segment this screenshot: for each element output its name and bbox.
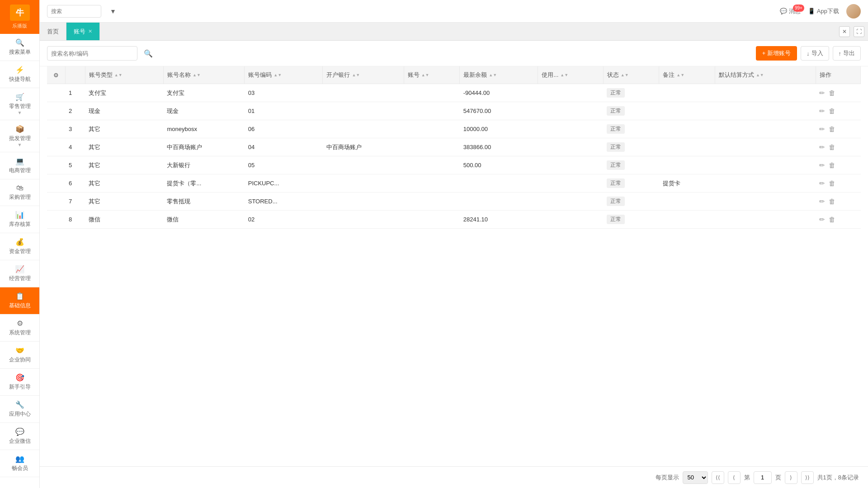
sidebar-logo[interactable]: 牛 乐播版: [0, 0, 39, 34]
status-badge: 正常: [607, 178, 625, 188]
sidebar-item-enterprise-wechat[interactable]: 💬 企业微信: [0, 423, 39, 450]
sidebar-item-quick-nav[interactable]: ⚡ 快捷导航: [0, 61, 39, 88]
delete-btn-1[interactable]: 🗑: [829, 107, 835, 115]
sidebar-item-finance-mgmt[interactable]: 💰 资金管理: [0, 233, 39, 260]
edit-btn-6[interactable]: ✏: [819, 197, 825, 206]
last-page-btn[interactable]: ⟩⟩: [801, 471, 814, 484]
delete-btn-6[interactable]: 🗑: [829, 197, 835, 205]
row-account_code-3: 04: [245, 138, 323, 156]
sort-arrows-latest_balance[interactable]: ▲▼: [489, 73, 497, 77]
col-header-account_type[interactable]: 账号类型▲▼: [85, 66, 163, 84]
delete-btn-3[interactable]: 🗑: [829, 143, 835, 151]
edit-btn-7[interactable]: ✏: [819, 216, 825, 224]
sidebar-item-purchase-mgmt[interactable]: 🛍 采购管理: [0, 179, 39, 206]
search-input[interactable]: [47, 46, 137, 61]
sidebar-item-operations-mgmt[interactable]: 📈 经营管理: [0, 260, 39, 287]
sort-arrows-usage[interactable]: ▲▼: [560, 73, 568, 77]
sort-arrows-account_name[interactable]: ▲▼: [193, 73, 201, 77]
delete-btn-4[interactable]: 🗑: [829, 161, 835, 169]
sort-arrows-default_settlement[interactable]: ▲▼: [756, 73, 764, 77]
col-header-account_code[interactable]: 账号编码▲▼: [245, 66, 323, 84]
row-remarks-2: [659, 120, 715, 138]
prev-page-btn[interactable]: ⟨: [728, 471, 741, 484]
sidebar-item-ecommerce-mgmt[interactable]: 💻 电商管理: [0, 152, 39, 179]
tab-home[interactable]: 首页: [40, 23, 66, 40]
edit-btn-2[interactable]: ✏: [819, 125, 825, 133]
row-usage-1: [538, 102, 603, 120]
main-content: ▼ 💬 消息 99+ 📱 App下载 首页 账号 ✕ ✕ ⛶: [40, 0, 868, 488]
col-label-account_type: 账号类型: [89, 71, 113, 78]
sidebar-item-new-guide[interactable]: 🎯 新手引导: [0, 369, 39, 396]
row-usage-4: [538, 156, 603, 174]
col-header-bank[interactable]: 开户银行▲▼: [323, 66, 404, 84]
row-default_settlement-7: [715, 211, 816, 229]
nav-icon-inventory: 📊: [15, 211, 24, 219]
sidebar-item-inventory[interactable]: 📊 库存核算: [0, 206, 39, 233]
sort-arrows-status[interactable]: ▲▼: [621, 73, 629, 77]
user-avatar[interactable]: [846, 4, 861, 19]
edit-btn-0[interactable]: ✏: [819, 89, 825, 97]
tab-account[interactable]: 账号 ✕: [66, 23, 100, 40]
nav-icon-basic-info: 📋: [15, 292, 24, 300]
edit-btn-3[interactable]: ✏: [819, 143, 825, 151]
col-header-latest_balance[interactable]: 最新余额▲▼: [460, 66, 538, 84]
first-page-btn[interactable]: ⟨⟨: [712, 471, 724, 484]
nav-icon-ecommerce-mgmt: 💻: [15, 157, 24, 165]
settings-icon[interactable]: ⚙: [53, 72, 59, 79]
sidebar-item-wholesale-mgmt[interactable]: 📦 批发管理 ▼: [0, 120, 39, 152]
sidebar-item-basic-info[interactable]: 📋 基础信息: [0, 287, 39, 314]
row-index-0: 1: [65, 84, 85, 102]
import-button[interactable]: ↓ 导入: [801, 46, 829, 61]
tab-expand-btn[interactable]: ⛶: [854, 26, 864, 37]
delete-btn-5[interactable]: 🗑: [829, 179, 835, 187]
export-icon: ↑: [839, 50, 842, 57]
sidebar-item-enterprise-agreement[interactable]: 🤝 企业协同: [0, 342, 39, 369]
row-latest_balance-0: -90444.00: [460, 84, 538, 102]
col-header-status[interactable]: 状态▲▼: [603, 66, 659, 84]
top-search-input[interactable]: [47, 5, 101, 18]
col-header-account_name[interactable]: 账号名称▲▼: [163, 66, 244, 84]
sort-arrows-account_type[interactable]: ▲▼: [114, 73, 123, 77]
add-account-button[interactable]: + 新增账号: [756, 46, 797, 61]
nav-icon-enterprise-agreement: 🤝: [15, 346, 24, 355]
message-button[interactable]: 💬 消息 99+: [780, 7, 801, 15]
sort-arrows-account_code[interactable]: ▲▼: [274, 73, 282, 77]
row-status-6: 正常: [603, 192, 659, 211]
col-header-remarks[interactable]: 备注▲▼: [659, 66, 715, 84]
edit-btn-1[interactable]: ✏: [819, 107, 825, 115]
tab-close-account[interactable]: ✕: [88, 28, 92, 34]
per-page-select[interactable]: 50 100 200: [683, 471, 708, 484]
col-header-default_settlement[interactable]: 默认结算方式▲▼: [715, 66, 816, 84]
sidebar-item-member[interactable]: 👥 畅会员: [0, 450, 39, 477]
row-index-1: 2: [65, 102, 85, 120]
edit-btn-4[interactable]: ✏: [819, 161, 825, 169]
edit-btn-5[interactable]: ✏: [819, 179, 825, 188]
export-button[interactable]: ↑ 导出: [833, 46, 861, 61]
tab-close-btn[interactable]: ✕: [839, 26, 850, 37]
sidebar-item-system-mgmt[interactable]: ⚙ 系统管理: [0, 314, 39, 342]
delete-btn-0[interactable]: 🗑: [829, 89, 835, 97]
next-page-btn[interactable]: ⟩: [785, 471, 797, 484]
import-label: 导入: [811, 49, 823, 57]
row-default_settlement-0: [715, 84, 816, 102]
sort-arrows-remarks[interactable]: ▲▼: [676, 73, 684, 77]
search-button[interactable]: 🔍: [141, 46, 156, 61]
sidebar-item-search-menu[interactable]: 🔍 搜索菜单: [0, 34, 39, 61]
col-header-usage[interactable]: 使用...▲▼: [538, 66, 603, 84]
sidebar-item-retail-mgmt[interactable]: 🛒 零售管理 ▼: [0, 88, 39, 120]
app-download-button[interactable]: 📱 App下载: [808, 7, 839, 15]
sort-arrows-account_num[interactable]: ▲▼: [421, 73, 429, 77]
sidebar-item-app-center[interactable]: 🔧 应用中心: [0, 396, 39, 423]
delete-btn-7[interactable]: 🗑: [829, 216, 835, 223]
message-icon: 💬: [780, 8, 787, 14]
sidebar-item-label-purchase-mgmt: 采购管理: [9, 193, 31, 201]
col-header-account_num[interactable]: 账号▲▼: [404, 66, 460, 84]
delete-btn-2[interactable]: 🗑: [829, 125, 835, 133]
row-settings-4: [47, 156, 65, 174]
sort-arrows-bank[interactable]: ▲▼: [352, 73, 360, 77]
sidebar-item-label-system-mgmt: 系统管理: [9, 329, 31, 337]
row-account_code-4: 05: [245, 156, 323, 174]
page-input[interactable]: [754, 471, 772, 484]
dropdown-btn[interactable]: ▼: [107, 5, 119, 18]
nav-icon-member: 👥: [15, 455, 24, 463]
